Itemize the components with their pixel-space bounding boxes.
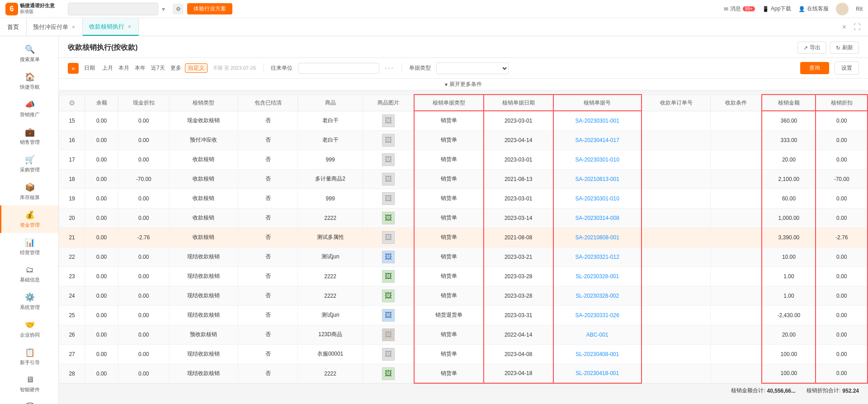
sidebar-item-marketing-label: 营销推广 (20, 111, 40, 118)
sidebar-item-base-info[interactable]: 🗂 基础信息 (0, 261, 58, 288)
date-this-month[interactable]: 本月 (117, 63, 131, 73)
settings-gear-icon[interactable]: ⚙ (173, 4, 184, 14)
refresh-button[interactable]: ↻ 刷新 (830, 42, 859, 54)
col-header-settings[interactable]: ⚙ (59, 95, 85, 111)
date-last-month[interactable]: 上月 (100, 63, 115, 73)
partner-input[interactable] (298, 63, 379, 74)
tab-maximize-icon[interactable]: ⛶ (852, 21, 863, 33)
total-cancel-discount: 核销折扣合计: 952.24 (807, 387, 859, 394)
product-thumbnail: 🖼 (368, 153, 409, 166)
purchase-icon: 🛒 (25, 155, 35, 165)
sidebar-item-marketing[interactable]: 📣 营销推广 (0, 95, 58, 123)
date-label: 日期 (84, 64, 95, 72)
row-index: 16 (59, 130, 85, 150)
bill-no-link[interactable]: ABC-001 (586, 332, 609, 338)
tab-home[interactable]: 首页 (0, 18, 27, 36)
date-custom[interactable]: 自定义 (185, 63, 208, 73)
row-index: 17 (59, 150, 85, 169)
sidebar-item-wechat[interactable]: 💬 企业微信 (0, 398, 58, 404)
sidebar-item-guide[interactable]: 📋 新手引导 (0, 343, 58, 371)
app-download-button[interactable]: 📱 App下载 (762, 5, 791, 13)
date-quick-links: 上月 本月 本年 近7天 更多 自定义 (100, 63, 208, 73)
product-image-icon: 🖼 (382, 231, 395, 244)
settings-button[interactable]: 设置 (835, 62, 859, 75)
order-type-select[interactable] (436, 62, 509, 74)
cash-discount-cell: 0.00 (118, 364, 169, 383)
bill-no-link[interactable]: SA-20210808-001 (575, 234, 619, 241)
bill-no-link[interactable]: SL-20230408-001 (576, 351, 619, 357)
bill-no-link[interactable]: SL-20230328-002 (576, 293, 619, 299)
row-index: 27 (59, 344, 85, 364)
sidebar-item-quick-nav-label: 快捷导航 (20, 84, 40, 90)
cancel-amount-cell: 333.00 (762, 130, 816, 150)
bill-no-link[interactable]: SA-20230321-012 (575, 254, 619, 260)
bill-no-link[interactable]: SA-20230314-008 (575, 215, 619, 221)
sidebar-item-sales[interactable]: 💼 销售管理 (0, 123, 58, 150)
cancel-discount-cell: 0.00 (816, 150, 868, 169)
message-icon: ✉ (724, 6, 728, 12)
product-img-cell: 🖼 (363, 364, 414, 383)
cash-discount-cell: 0.00 (118, 208, 169, 228)
cash-discount-cell: -2.76 (118, 228, 169, 247)
tab-receipt-cancel[interactable]: 收款核销执行 × (83, 18, 139, 36)
industry-solution-button[interactable]: 体验行业方案 (187, 3, 232, 14)
sidebar-item-system[interactable]: ⚙️ 系统管理 (0, 288, 58, 315)
expand-more-button[interactable]: ▾ 展开更多条件 (445, 81, 482, 88)
tab-prepayment-close-icon[interactable]: × (71, 23, 76, 31)
table-row: 150.000.00现金收款核销否老白干🖼销货单2023-03-01SA-202… (59, 111, 868, 130)
partner-more-icon[interactable]: ··· (385, 63, 394, 73)
product-thumbnail: 🖼 (368, 309, 409, 322)
user-avatar[interactable] (836, 3, 849, 15)
product-image-icon: 🖼 (382, 290, 395, 302)
row-index: 26 (59, 325, 85, 344)
online-service-button[interactable]: 👤 在线客服 (798, 5, 829, 13)
app-name: 畅捷通谱好生意 (20, 3, 55, 9)
tab-bar-right: × ⛶ (840, 18, 868, 36)
date-last-7-days[interactable]: 近7天 (149, 63, 167, 73)
username-text: Rit (856, 6, 863, 12)
enterprise-icon: 🤝 (25, 320, 35, 330)
sidebar-item-search[interactable]: 🔍 搜索菜单 (0, 40, 58, 67)
date-more[interactable]: 更多 (169, 63, 183, 73)
data-table: ⚙ 余额 现金折扣 核销类型 包含已结清 商品 商品图片 核销单据类型 核销单据… (59, 94, 868, 384)
sidebar-item-enterprise[interactable]: 🤝 企业协同 (0, 315, 58, 343)
query-button[interactable]: 查询 (800, 62, 829, 74)
sidebar-item-hardware[interactable]: 🖥 智能硬件 (0, 371, 58, 398)
product-thumbnail: 🖼 (368, 231, 409, 244)
top-search-bar[interactable] (68, 3, 158, 15)
col-header-cancel-amount: 核销金额 (762, 95, 816, 111)
sidebar-item-purchase[interactable]: 🛒 采购管理 (0, 150, 58, 178)
bill-no-link[interactable]: SA-20230301-001 (575, 118, 619, 124)
bill-no-link[interactable]: SA-20230301-010 (575, 195, 619, 202)
cancel-amount-cell: 3,390.00 (762, 228, 816, 247)
cancel-discount-cell: 0.00 (816, 344, 868, 364)
cancel-discount-cell: 0.00 (816, 189, 868, 208)
product-image-icon: 🖼 (382, 134, 395, 147)
product-img-cell: 🖼 (363, 266, 414, 286)
marketing-icon: 📣 (25, 100, 35, 109)
filter-expand-button[interactable]: » (68, 63, 79, 74)
bill-no-link[interactable]: SA-20230331-026 (575, 312, 619, 318)
date-this-year[interactable]: 本年 (133, 63, 147, 73)
row-index: 25 (59, 305, 85, 325)
sidebar-item-inventory[interactable]: 📦 库存核算 (0, 178, 58, 205)
sidebar-item-quick-nav[interactable]: 🏠 快捷导航 (0, 67, 58, 95)
col-header-receipt-condition: 收款条件 (711, 95, 762, 111)
cancel-discount-cell: 0.00 (816, 325, 868, 344)
dropdown-arrow-icon[interactable]: ▾ (162, 5, 169, 13)
messages-button[interactable]: ✉ 消息 99+ (724, 5, 755, 13)
tab-close-all-icon[interactable]: × (840, 21, 848, 33)
bill-no-link[interactable]: SA-20230301-010 (575, 157, 619, 163)
product-img-cell: 🖼 (363, 208, 414, 228)
tab-receipt-cancel-close-icon[interactable]: × (127, 23, 132, 31)
partner-label: 往来单位 (271, 64, 292, 72)
bill-no-link[interactable]: SL-20230328-001 (576, 273, 619, 280)
bill-no-link[interactable]: SL-20230418-001 (576, 370, 619, 376)
tab-prepayment[interactable]: 预付冲应付单 × (27, 18, 83, 36)
bill-no-link[interactable]: SA-20210813-001 (575, 176, 619, 182)
sidebar-item-operations[interactable]: 📊 经营管理 (0, 233, 58, 261)
bill-no-link[interactable]: SA-20230414-017 (575, 137, 619, 143)
export-button[interactable]: ↗ 导出 (797, 42, 826, 54)
product-thumbnail: 🖼 (368, 270, 409, 283)
sidebar-item-finance[interactable]: 💰 资金管理 (0, 205, 58, 233)
